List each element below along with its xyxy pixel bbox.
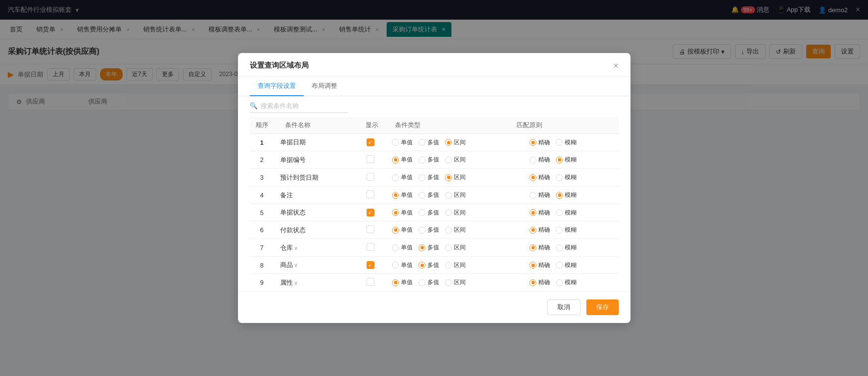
modal-overlay: 设置查询区域布局 × 查询字段设置 布局调整 🔍 顺序 条件名称 [0,0,868,118]
search-icon: 🔍 [250,102,258,109]
dialog-tab-layout-adjust[interactable]: 布局调整 [304,77,345,96]
search-input[interactable] [261,102,344,109]
dialog-table-wrap: 顺序 条件名称 显示 条件类型 匹配原则 1单据日期 单值 [238,117,631,118]
dialog-tab-field-settings[interactable]: 查询字段设置 [250,77,304,96]
search-input-wrap: 🔍 [250,102,348,113]
th-name: 条件名称 [279,117,360,118]
dialog-close-button[interactable]: × [613,61,619,70]
dialog-body: 顺序 条件名称 显示 条件类型 匹配原则 1单据日期 单值 [238,117,631,118]
th-display: 显示 [360,117,389,118]
th-type: 条件类型 [389,117,510,118]
dialog-table: 顺序 条件名称 显示 条件类型 匹配原则 [250,117,619,118]
dialog-title: 设置查询区域布局 [250,61,309,70]
th-order: 顺序 [250,117,279,118]
dialog-tabs: 查询字段设置 布局调整 [238,77,631,96]
dialog: 设置查询区域布局 × 查询字段设置 布局调整 🔍 顺序 条件名称 [238,53,631,118]
dialog-header: 设置查询区域布局 × [238,53,631,77]
dialog-search-area: 🔍 [238,96,631,117]
th-match: 匹配原则 [511,117,619,118]
